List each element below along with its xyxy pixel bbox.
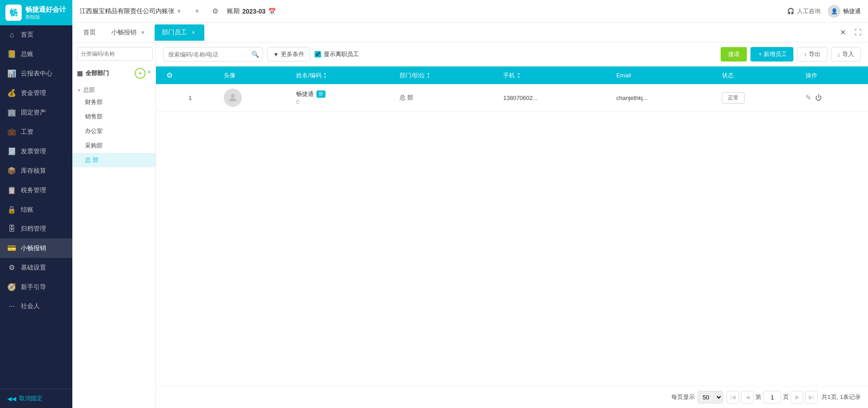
sidebar-logo[interactable]: 畅 畅捷通好会计 旗舰版 bbox=[0, 0, 72, 25]
tab-home-label: 首页 bbox=[83, 28, 96, 37]
export-label: 导出 bbox=[809, 50, 821, 58]
staff-code: 0 bbox=[296, 99, 389, 105]
export-btn[interactable]: ↑ 导出 bbox=[797, 47, 827, 62]
tab-expense-close[interactable]: × bbox=[139, 29, 146, 36]
import-btn[interactable]: ↓ 导入 bbox=[831, 47, 861, 62]
dept-group-name: 总部 bbox=[83, 86, 95, 94]
consult-btn[interactable]: 🎧 人工咨询 bbox=[787, 7, 821, 15]
col-mobile[interactable]: 手机 ▲▼ bbox=[498, 66, 611, 84]
user-menu[interactable]: 👤 畅捷通 bbox=[828, 5, 861, 18]
staff-search-input[interactable] bbox=[163, 47, 263, 62]
reports-icon: 📊 bbox=[7, 69, 16, 78]
sidebar-item-guide[interactable]: 🧭 新手引导 bbox=[0, 277, 72, 297]
dept-header-left: ▦ 全部部门 bbox=[77, 69, 109, 77]
staff-table-wrap: ⚙ 头像 姓名/编码 ▲▼ bbox=[156, 66, 868, 386]
page-size-select[interactable]: 50 100 200 bbox=[698, 391, 723, 403]
row-settings-cell bbox=[156, 84, 183, 112]
sidebar-item-payroll-label: 工资 bbox=[21, 128, 33, 136]
sidebar-item-reports[interactable]: 📊 云报表中心 bbox=[0, 64, 72, 83]
ledger-icon: 📒 bbox=[7, 50, 16, 58]
first-page-btn[interactable]: |◀ bbox=[726, 391, 739, 403]
company-name: 江西服宝精品有限责任公司内账张 bbox=[80, 7, 175, 15]
show-resigned-text: 显示离职员工 bbox=[324, 50, 359, 58]
tab-dept-staff-close[interactable]: × bbox=[190, 29, 197, 36]
name-cell: 畅捷通 部 0 bbox=[296, 90, 389, 105]
col-dept-sort[interactable]: ▲▼ bbox=[427, 72, 430, 79]
sidebar-item-ledger[interactable]: 📒 总账 bbox=[0, 44, 72, 64]
dept-node-finance[interactable]: 财务部 bbox=[72, 95, 156, 109]
dept-node-general[interactable]: 总 部 bbox=[72, 153, 156, 167]
sidebar-item-archive[interactable]: 🗄 归档管理 bbox=[0, 219, 72, 238]
edit-icon[interactable]: ✎ bbox=[806, 94, 811, 102]
unpin-label: 取消固定 bbox=[19, 394, 42, 403]
tab-home[interactable]: 首页 bbox=[76, 24, 103, 41]
period-selector[interactable]: 账期 2023-03 📅 bbox=[227, 7, 276, 15]
staff-search-icon[interactable]: 🔍 bbox=[251, 51, 259, 58]
col-settings[interactable]: ⚙ bbox=[156, 66, 183, 84]
dept-header-actions: + « bbox=[135, 68, 151, 79]
topbar: 江西服宝精品有限责任公司内账张 ▼ ＋ ⚙ 账期 2023-03 📅 🎧 人工咨… bbox=[72, 0, 868, 23]
sidebar-unpin[interactable]: ◀◀ 取消固定 bbox=[0, 389, 72, 408]
sidebar-item-inventory[interactable]: 📦 库存核算 bbox=[0, 161, 72, 180]
dept-node-procurement[interactable]: 采购部 bbox=[72, 138, 156, 153]
sidebar-item-closing[interactable]: 🔒 结账 bbox=[0, 200, 72, 219]
filter-btn[interactable]: ▼ 更多条件 bbox=[267, 47, 310, 62]
sidebar: 畅 畅捷通好会计 旗舰版 ⌂ 首页 📒 总账 📊 云报表中心 💰 资金管理 🏢 … bbox=[0, 0, 72, 408]
sidebar-item-expense[interactable]: 💳 小畅报销 bbox=[0, 238, 72, 258]
col-name-sort[interactable]: ▲▼ bbox=[323, 72, 327, 79]
dept-node-sales[interactable]: 销售部 bbox=[72, 109, 156, 124]
add-company-btn[interactable]: ＋ bbox=[191, 5, 203, 18]
dept-collapse-btn[interactable]: « bbox=[147, 68, 151, 79]
col-avatar: 头像 bbox=[218, 66, 291, 84]
table-footer: 每页显示 50 100 200 |◀ ◀ 第 页 ▶ ▶| 共1页, 1 bbox=[156, 386, 868, 408]
logo-text-wrap: 畅捷通好会计 旗舰版 bbox=[25, 5, 66, 20]
show-resigned-checkbox[interactable] bbox=[315, 51, 321, 57]
col-name[interactable]: 姓名/编码 ▲▼ bbox=[291, 66, 394, 84]
sidebar-item-settings[interactable]: ⚙ 基础设置 bbox=[0, 258, 72, 277]
dept-node-office[interactable]: 办公室 bbox=[72, 124, 156, 138]
dept-group-label: ▼ 总部 bbox=[72, 84, 156, 95]
show-resigned-label[interactable]: 显示离职员工 bbox=[315, 50, 359, 58]
sidebar-item-tax-label: 税务管理 bbox=[21, 186, 46, 195]
logout-icon[interactable]: ⏻ bbox=[815, 94, 822, 102]
company-selector[interactable]: 江西服宝精品有限责任公司内账张 ▼ bbox=[80, 7, 182, 15]
settings-btn[interactable]: ⚙ bbox=[209, 5, 222, 18]
col-mobile-sort[interactable]: ▲▼ bbox=[517, 72, 520, 79]
unpin-icon: ◀◀ bbox=[7, 395, 16, 402]
prev-page-btn[interactable]: ◀ bbox=[741, 391, 754, 403]
funds-icon: 💰 bbox=[7, 89, 16, 97]
user-name: 畅捷通 bbox=[843, 7, 861, 15]
page-input[interactable] bbox=[763, 391, 781, 403]
import-label: 导入 bbox=[842, 50, 854, 58]
add-staff-btn[interactable]: + 新增员工 bbox=[750, 47, 793, 62]
right-panel: 🔍 ▼ 更多条件 显示离职员工 邀请 + 新增员工 bbox=[156, 43, 868, 408]
col-dept-label: 部门/职位 bbox=[400, 71, 425, 80]
row-status: 正常 bbox=[717, 84, 800, 112]
page-size-label: 每页显示 bbox=[671, 393, 695, 401]
dept-node-sales-label: 销售部 bbox=[85, 113, 103, 120]
tab-expand[interactable]: ⛶ bbox=[852, 26, 864, 39]
tab-expense[interactable]: 小畅报销 × bbox=[104, 24, 154, 41]
sidebar-item-payroll[interactable]: 💼 工资 bbox=[0, 122, 72, 142]
sidebar-item-inventory-label: 库存核算 bbox=[21, 167, 46, 175]
sidebar-item-home[interactable]: ⌂ 首页 bbox=[0, 25, 72, 44]
tab-dept-staff[interactable]: 部门员工 × bbox=[155, 24, 204, 41]
dept-search-bar: 🔍 bbox=[72, 47, 156, 64]
all-depts-label[interactable]: 全部部门 bbox=[85, 69, 109, 77]
staff-table: ⚙ 头像 姓名/编码 ▲▼ bbox=[156, 66, 868, 112]
toolbar-right: 邀请 + 新增员工 ↑ 导出 ↓ 导入 bbox=[721, 47, 861, 62]
sidebar-item-assets[interactable]: 🏢 固定资产 bbox=[0, 103, 72, 122]
invite-btn[interactable]: 邀请 bbox=[721, 47, 747, 62]
dept-add-btn[interactable]: + bbox=[135, 68, 146, 79]
sidebar-item-funds[interactable]: 💰 资金管理 bbox=[0, 83, 72, 103]
dept-search-input[interactable] bbox=[77, 47, 153, 61]
sidebar-item-tax[interactable]: 📋 税务管理 bbox=[0, 180, 72, 200]
sidebar-item-more[interactable]: ··· 社会人 bbox=[0, 297, 72, 316]
col-settings-icon[interactable]: ⚙ bbox=[166, 71, 173, 79]
last-page-btn[interactable]: ▶| bbox=[805, 391, 818, 403]
col-dept[interactable]: 部门/职位 ▲▼ bbox=[394, 66, 498, 84]
page-size-wrap: 每页显示 50 100 200 bbox=[671, 391, 723, 403]
sidebar-item-invoice[interactable]: 🧾 发票管理 bbox=[0, 142, 72, 161]
tab-close-all[interactable]: ✕ bbox=[836, 26, 849, 39]
next-page-btn[interactable]: ▶ bbox=[791, 391, 803, 403]
